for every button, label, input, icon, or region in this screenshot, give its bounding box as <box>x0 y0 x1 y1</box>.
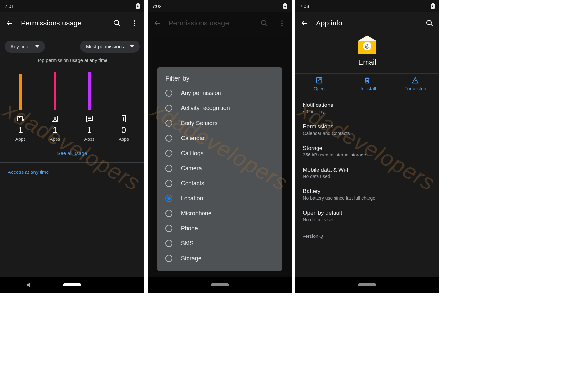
radio-label: Microphone <box>181 210 212 217</box>
radio-option[interactable]: Location <box>157 191 282 206</box>
setting-item[interactable]: Open by defaultNo defaults set <box>295 205 439 227</box>
search-icon <box>258 17 271 30</box>
setting-subtitle: Calendar and Contacts <box>303 131 432 136</box>
radio-option[interactable]: Contacts <box>157 176 282 191</box>
setting-subtitle: No data used <box>303 174 432 179</box>
radio-option[interactable]: Body Sensors <box>157 116 282 131</box>
page-title: Permissions usage <box>169 19 253 27</box>
radio-icon <box>165 120 172 127</box>
sms-icon <box>86 115 93 122</box>
search-icon[interactable] <box>110 17 123 30</box>
radio-option[interactable]: Microphone <box>157 206 282 221</box>
more-icon[interactable] <box>128 17 141 30</box>
count-2: 1 <box>80 125 99 135</box>
setting-title: Open by default <box>303 210 432 216</box>
status-bar: 7:01 <box>0 0 144 12</box>
time-filter-chip[interactable]: Any time <box>5 41 45 53</box>
svg-rect-6 <box>23 119 24 120</box>
content: Any time Most permissions Top permission… <box>0 35 144 277</box>
page-title: App info <box>316 19 418 27</box>
radio-icon <box>165 135 172 142</box>
radio-label: SMS <box>181 240 194 247</box>
lbl-0: Apps <box>11 137 30 142</box>
nav-bar <box>148 277 292 293</box>
setting-subtitle: 356 kB used in internal storage <box>303 152 432 157</box>
open-button[interactable]: Open <box>303 77 335 91</box>
radio-option[interactable]: Calendar <box>157 131 282 146</box>
setting-title: Notifications <box>303 102 432 108</box>
page-title: Permissions usage <box>21 19 106 27</box>
app-header: Permissions usage <box>148 12 292 35</box>
back-icon[interactable] <box>3 17 16 30</box>
status-bar: 7:02 <box>148 0 292 12</box>
force-stop-button[interactable]: Force stop <box>399 77 432 91</box>
setting-item[interactable]: Notifications~0 per day <box>295 97 439 119</box>
radio-label: Activity recognition <box>181 105 230 112</box>
back-icon <box>151 17 164 30</box>
count-0: 1 <box>11 125 30 135</box>
radio-option[interactable]: SMS <box>157 236 282 251</box>
svg-rect-5 <box>23 118 24 118</box>
svg-point-20 <box>427 20 431 25</box>
radio-option[interactable]: Phone <box>157 221 282 236</box>
setting-item[interactable]: Mobile data & Wi-FiNo data used <box>295 162 439 184</box>
svg-rect-7 <box>23 120 24 121</box>
svg-point-12 <box>90 118 91 119</box>
search-icon[interactable] <box>423 17 436 30</box>
chart-subtitle: Top permission usage at any time <box>0 56 144 68</box>
battery-charging-icon <box>136 3 140 9</box>
setting-title: Battery <box>303 188 432 195</box>
see-all-usage-link[interactable]: See all usage <box>0 150 144 162</box>
nav-bar <box>295 277 439 293</box>
version-text: version Q <box>295 227 439 241</box>
svg-point-0 <box>114 20 119 25</box>
radio-option[interactable]: Storage <box>157 251 282 266</box>
svg-point-17 <box>281 20 283 22</box>
nav-back-icon[interactable] <box>26 282 30 287</box>
content: Filter by Any permissionActivity recogni… <box>148 35 292 277</box>
radio-option[interactable]: Camera <box>157 161 282 176</box>
setting-item[interactable]: PermissionsCalendar and Contacts <box>295 119 439 140</box>
status-time: 7:01 <box>5 3 14 9</box>
radio-label: Contacts <box>181 180 204 187</box>
dialog-title: Filter by <box>157 74 282 86</box>
setting-title: Mobile data & Wi-Fi <box>303 167 432 173</box>
radio-icon <box>165 225 172 232</box>
radio-icon <box>165 105 172 112</box>
nav-home-pill[interactable] <box>211 283 229 286</box>
setting-title: Permissions <box>303 123 432 130</box>
uninstall-button[interactable]: Uninstall <box>351 77 384 91</box>
contact-icon <box>51 115 59 122</box>
svg-rect-15 <box>123 118 124 120</box>
radio-icon <box>165 180 172 187</box>
chevron-down-icon <box>130 45 134 48</box>
svg-point-3 <box>134 25 135 26</box>
radio-option[interactable]: Call logs <box>157 146 282 161</box>
radio-option[interactable]: Activity recognition <box>157 101 282 116</box>
filter-dialog: Filter by Any permissionActivity recogni… <box>157 67 282 271</box>
setting-subtitle: No battery use since last full charge <box>303 195 432 201</box>
sort-filter-chip[interactable]: Most permissions <box>80 41 140 53</box>
count-1: 1 <box>45 125 65 135</box>
svg-point-2 <box>134 23 135 24</box>
nav-bar <box>0 277 144 293</box>
screen-permissions-usage: xdadevelopers 7:01 Permissions usage Any… <box>0 0 144 293</box>
radio-icon <box>165 195 172 202</box>
radio-icon <box>165 150 172 157</box>
status-time: 7:02 <box>152 3 162 9</box>
bar-sms <box>88 72 91 110</box>
radio-option[interactable]: Any permission <box>157 86 282 101</box>
access-anytime-link[interactable]: Access at any time <box>0 163 144 181</box>
svg-point-16 <box>261 20 266 25</box>
lbl-1: Apps <box>45 137 65 142</box>
app-header: App info <box>295 12 439 35</box>
svg-point-9 <box>54 117 56 119</box>
back-icon[interactable] <box>298 17 311 30</box>
nav-home-pill[interactable] <box>358 283 376 286</box>
setting-item[interactable]: BatteryNo battery use since last full ch… <box>295 184 439 205</box>
screen-filter-dialog: xdadevelopers 7:02 Permissions usage Fil… <box>148 0 292 293</box>
nav-home-pill[interactable] <box>63 283 81 286</box>
radio-label: Camera <box>181 165 202 172</box>
radio-label: Call logs <box>181 150 204 157</box>
setting-item[interactable]: Storage356 kB used in internal storage <box>295 140 439 162</box>
